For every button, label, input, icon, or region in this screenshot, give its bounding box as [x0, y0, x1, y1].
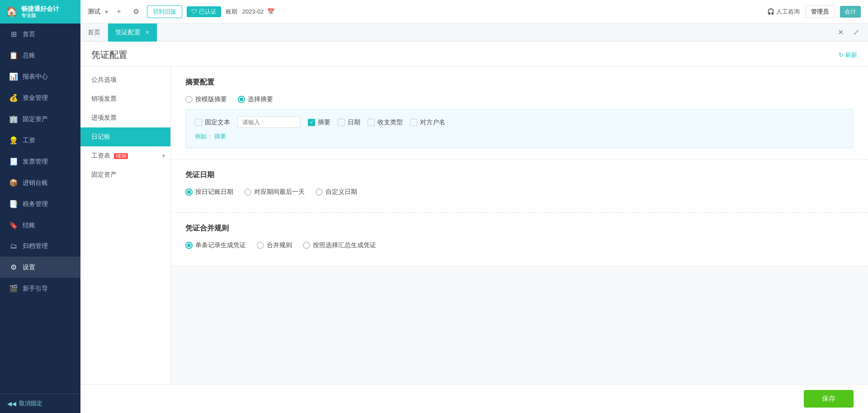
- left-menu-item-public[interactable]: 公共选项: [80, 70, 170, 89]
- topbar-right: 🎧 人工咨询 管理员 会计: [767, 5, 861, 18]
- tabbar-actions: ✕ ⤢: [834, 26, 868, 39]
- logo-subtitle: 专业版: [21, 13, 59, 19]
- radio-select-summary[interactable]: 选择摘要: [238, 95, 273, 103]
- tab-home-label: 首页: [88, 28, 100, 37]
- radio-single-record-circle: [185, 242, 193, 249]
- tab-close-window-button[interactable]: ✕: [834, 26, 847, 39]
- left-menu-item-fixed-asset[interactable]: 固定资产: [80, 165, 170, 184]
- tab-home[interactable]: 首页: [80, 23, 108, 42]
- tab-close-icon[interactable]: ✕: [145, 29, 150, 36]
- tab-expand-button[interactable]: ⤢: [849, 26, 863, 39]
- radio-template-summary[interactable]: 按模版摘要: [185, 95, 227, 103]
- new-badge: NEW: [114, 153, 128, 159]
- checkbox-payment-type[interactable]: 收支类型: [368, 118, 403, 127]
- date-section: 凭证日期 按日记账日期 对应期间最后一天: [171, 160, 868, 213]
- sidebar-item-fund[interactable]: 💰 资金管理: [0, 87, 80, 108]
- fixedasset-icon: 🏢: [9, 115, 18, 123]
- sidebar-item-invoice[interactable]: 🧾 发票管理: [0, 151, 80, 172]
- sidebar-item-home[interactable]: ⊞ 首页: [0, 23, 80, 45]
- fixed-text-label: 固定文本: [205, 118, 230, 127]
- sidebar-item-fixedasset[interactable]: 🏢 固定资产: [0, 108, 80, 130]
- save-bar: 保存: [80, 384, 868, 413]
- left-menu-label-fixed-asset: 固定资产: [91, 171, 117, 178]
- sidebar-item-tax[interactable]: 📑 税务管理: [0, 193, 80, 215]
- radio-custom-date[interactable]: 自定义日期: [316, 188, 357, 196]
- checkbox-summary-label: 摘要: [318, 118, 330, 127]
- logo-icon: 🏠: [5, 6, 18, 18]
- archive-icon: 🗂: [9, 242, 18, 250]
- tabbar: 首页 凭证配置 ✕ ✕ ⤢: [80, 23, 868, 42]
- left-menu-label-journal: 日记账: [91, 133, 110, 140]
- checkbox-payment-label: 收支类型: [377, 118, 403, 127]
- example-value: 摘要: [214, 133, 226, 140]
- checkbox-summary[interactable]: ✓ 摘要: [308, 118, 330, 127]
- left-menu-item-purchase-invoice[interactable]: 进项发票: [80, 108, 170, 127]
- radio-merge-rule[interactable]: 合并规则: [257, 241, 292, 249]
- refresh-icon: ↻: [839, 52, 844, 58]
- radio-period-last-day[interactable]: 对应期间最后一天: [244, 188, 305, 196]
- radio-merge-rule-circle: [257, 242, 264, 249]
- guide-icon: 🎬: [9, 284, 18, 293]
- checkbox-counterpart[interactable]: 对方户名: [410, 118, 445, 127]
- sidebar-item-ledger[interactable]: 📋 总账: [0, 45, 80, 66]
- save-button[interactable]: 保存: [804, 390, 854, 408]
- checkbox-fixed-text-box: [195, 119, 202, 126]
- consult-label: 人工咨询: [776, 8, 800, 16]
- summary-option-row: 按模版摘要 选择摘要: [185, 95, 854, 103]
- sidebar-label-payroll: 工资: [23, 136, 35, 145]
- example-text: 例如： 摘要: [195, 132, 844, 141]
- sidebar-item-settings[interactable]: ⚙ 设置: [0, 257, 80, 278]
- left-menu-item-payroll-table[interactable]: 工资表 NEW ▾: [80, 146, 170, 165]
- checkbox-date-box: [338, 119, 345, 126]
- sidebar-item-purcasale[interactable]: 📦 进销台账: [0, 172, 80, 193]
- cancel-fixed-label: 取消固定: [19, 399, 42, 408]
- period-label: 账期: [226, 8, 237, 15]
- consult-button[interactable]: 🎧 人工咨询: [767, 8, 800, 16]
- ledger-icon: 📋: [9, 51, 18, 60]
- sidebar-label-close: 结账: [23, 221, 35, 230]
- radio-single-record[interactable]: 单条记录生成凭证: [185, 241, 246, 249]
- dropdown-arrow-icon[interactable]: ▾: [105, 8, 108, 15]
- sidebar-label-home: 首页: [23, 30, 35, 38]
- sidebar-item-close[interactable]: 🔖 结账: [0, 215, 80, 236]
- refresh-label: 刷新: [845, 51, 857, 59]
- sidebar-label-guide: 新手引导: [23, 285, 48, 293]
- sidebar-item-payroll[interactable]: 👷 工资: [0, 130, 80, 151]
- add-button[interactable]: ＋: [113, 5, 125, 18]
- left-menu-item-journal[interactable]: 日记账: [80, 127, 170, 146]
- switch-old-version-button[interactable]: 切到旧版: [147, 5, 182, 18]
- page-body: 公共选项 销项发票 进项发票 日记账 工资表 NEW ▾: [80, 67, 868, 384]
- radio-period-last-day-label: 对应期间最后一天: [254, 188, 305, 196]
- sidebar-item-archive[interactable]: 🗂 归档管理: [0, 236, 80, 257]
- sidebar-item-guide[interactable]: 🎬 新手引导: [0, 278, 80, 299]
- sidebar-item-report[interactable]: 📊 报表中心: [0, 66, 80, 87]
- checkbox-fixed-text[interactable]: 固定文本: [195, 118, 230, 127]
- sidebar-label-invoice: 发票管理: [23, 158, 48, 166]
- checkbox-date-label: 日期: [348, 118, 360, 127]
- fixed-text-input[interactable]: [237, 117, 301, 128]
- sidebar-label-report: 报表中心: [23, 73, 48, 81]
- left-menu-label-purchase: 进项发票: [91, 114, 117, 121]
- settings-gear-button[interactable]: ⚙: [130, 5, 142, 18]
- sidebar-label-fixedasset: 固定资产: [23, 115, 48, 123]
- tab-voucher-config[interactable]: 凭证配置 ✕: [108, 23, 157, 42]
- radio-merge-rule-label: 合并规则: [267, 241, 292, 249]
- sidebar-label-ledger: 总账: [23, 52, 35, 60]
- sidebar-label-tax: 税务管理: [23, 200, 48, 208]
- topbar: 测试 ▾ ＋ ⚙ 切到旧版 🛡 已认证 账期 2023-02 📅 🎧 人工咨询 …: [80, 0, 868, 23]
- close-period-icon: 🔖: [9, 221, 18, 230]
- fund-icon: 💰: [9, 94, 18, 102]
- cancel-fixed-button[interactable]: ◀◀ 取消固定: [0, 394, 80, 413]
- checkbox-payment-type-box: [368, 119, 375, 126]
- home-icon: ⊞: [9, 30, 18, 38]
- shield-icon: 🛡: [191, 8, 197, 15]
- radio-aggregate[interactable]: 按照选择汇总生成凭证: [303, 241, 376, 249]
- sidebar: 🏠 畅捷通好会计 专业版 ⊞ 首页 📋 总账 📊 报表中心 💰 资金管理 🏢 固…: [0, 0, 80, 413]
- left-menu-item-sales-invoice[interactable]: 销项发票: [80, 89, 170, 108]
- radio-journal-date[interactable]: 按日记账日期: [185, 188, 233, 196]
- refresh-button[interactable]: ↻ 刷新: [839, 51, 857, 59]
- user-button[interactable]: 管理员: [805, 5, 835, 18]
- purchsale-icon: 📦: [9, 178, 18, 187]
- report-icon: 📊: [9, 72, 18, 81]
- checkbox-date[interactable]: 日期: [338, 118, 360, 127]
